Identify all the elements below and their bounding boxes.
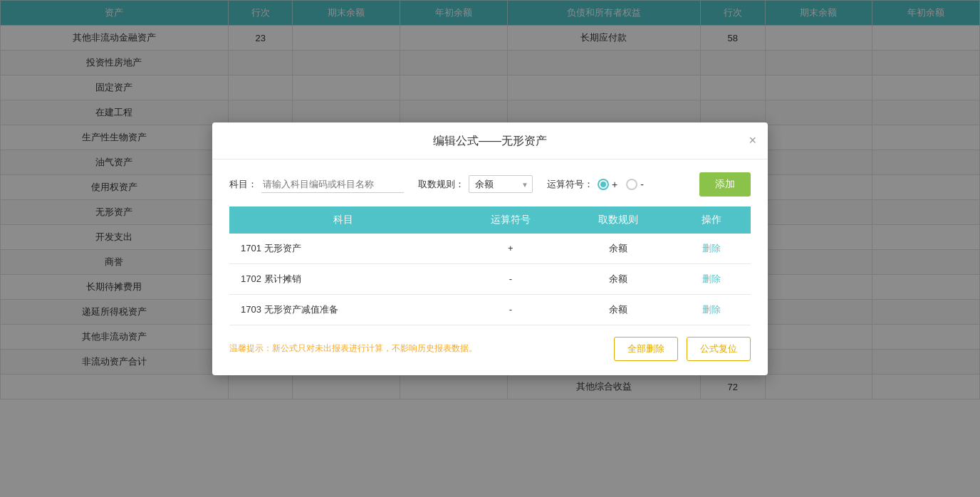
delete-link-1[interactable]: 删除 — [702, 273, 721, 284]
hint-text: 温馨提示：新公式只对未出报表进行计算，不影响历史报表数据。 — [229, 342, 477, 355]
footer-buttons: 全部删除 公式复位 — [614, 337, 751, 361]
operator-label: 运算符号： — [547, 178, 593, 191]
radio-plus-circle — [598, 179, 609, 190]
th-action: 操作 — [672, 206, 751, 234]
formula-subject-2: 1703 无形资产减值准备 — [229, 294, 457, 325]
rule-select[interactable]: 余额 借方 贷方 — [469, 175, 533, 193]
formula-action-0: 删除 — [672, 234, 751, 264]
radio-plus-label: + — [612, 179, 617, 190]
th-rule: 取数规则 — [565, 206, 672, 234]
formula-operator-2: - — [457, 294, 564, 325]
formula-operator-1: - — [457, 263, 564, 294]
radio-minus-circle — [626, 179, 637, 190]
formula-action-2: 删除 — [672, 294, 751, 325]
modal-header: 编辑公式——无形资产 × — [212, 122, 768, 159]
rule-label: 取数规则： — [418, 178, 464, 191]
subject-group: 科目： — [229, 176, 404, 193]
formula-row: 1701 无形资产 + 余额 删除 — [229, 234, 751, 264]
formula-action-1: 删除 — [672, 263, 751, 294]
rule-select-wrapper: 余额 借方 贷方 ▼ — [469, 175, 533, 193]
operator-group: 运算符号： + - — [547, 178, 644, 191]
delete-link-0[interactable]: 删除 — [702, 243, 721, 253]
modal-dialog: 编辑公式——无形资产 × 科目： 取数规则： 余额 借方 贷方 ▼ — [212, 122, 768, 375]
formula-row: 1703 无形资产减值准备 - 余额 删除 — [229, 294, 751, 325]
radio-minus-label: - — [640, 179, 644, 190]
formula-rule-2: 余额 — [565, 294, 672, 325]
delete-link-2[interactable]: 删除 — [702, 304, 721, 315]
radio-plus[interactable]: + — [598, 179, 617, 190]
formula-subject-1: 1702 累计摊销 — [229, 263, 457, 294]
formula-subject-0: 1701 无形资产 — [229, 234, 457, 264]
formula-row: 1702 累计摊销 - 余额 删除 — [229, 263, 751, 294]
formula-table: 科目 运算符号 取数规则 操作 1701 无形资产 + 余额 删除 1702 累… — [229, 206, 751, 325]
form-row: 科目： 取数规则： 余额 借方 贷方 ▼ 运算符号： — [212, 159, 768, 206]
subject-input[interactable] — [261, 176, 404, 193]
radio-group: + - — [598, 179, 644, 190]
close-button[interactable]: × — [749, 134, 756, 147]
reset-formula-button[interactable]: 公式复位 — [687, 337, 751, 361]
rule-group: 取数规则： 余额 借方 贷方 ▼ — [418, 175, 533, 193]
formula-rule-0: 余额 — [565, 234, 672, 264]
radio-minus[interactable]: - — [626, 179, 644, 190]
th-subject: 科目 — [229, 206, 457, 234]
subject-label: 科目： — [229, 178, 257, 191]
modal-title: 编辑公式——无形资产 — [433, 135, 547, 147]
modal-table-wrapper: 科目 运算符号 取数规则 操作 1701 无形资产 + 余额 删除 1702 累… — [212, 206, 768, 325]
formula-operator-0: + — [457, 234, 564, 264]
modal-footer: 温馨提示：新公式只对未出报表进行计算，不影响历史报表数据。 全部删除 公式复位 — [212, 325, 768, 361]
modal-overlay: 编辑公式——无形资产 × 科目： 取数规则： 余额 借方 贷方 ▼ — [0, 0, 980, 497]
formula-rule-1: 余额 — [565, 263, 672, 294]
th-operator: 运算符号 — [457, 206, 564, 234]
add-button[interactable]: 添加 — [699, 172, 751, 197]
delete-all-button[interactable]: 全部删除 — [614, 337, 678, 361]
